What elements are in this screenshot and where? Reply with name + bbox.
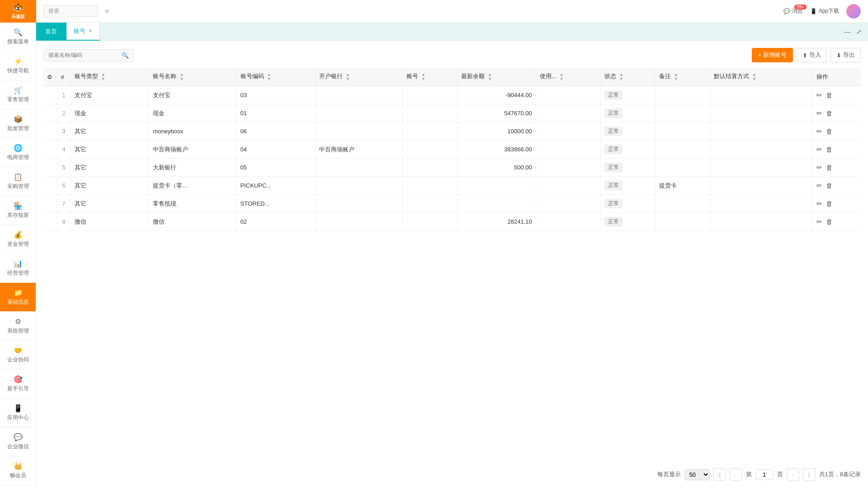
sidebar-item-search[interactable]: 🔍搜索菜单 [0,23,36,52]
row-balance-2: 10000.00 [457,122,536,141]
tab-home-label: 首页 [45,28,57,36]
row-usage-4 [536,159,600,177]
sidebar-item-purchase[interactable]: 📋采购管理 [0,167,36,196]
row-balance-7: 28241.10 [457,213,536,231]
sidebar-item-inventory[interactable]: 🏪库存核算 [0,196,36,225]
col-type[interactable]: 账号类型 ▲▼ [71,68,149,86]
row-num-2: 3 [57,122,71,141]
tab-close-icon[interactable]: ✕ [88,28,92,34]
sidebar-item-operations[interactable]: 📊经营管理 [0,254,36,283]
sidebar-item-vip[interactable]: 👑畅会员 [0,456,36,485]
row-bank-7 [315,213,402,231]
header-left: 搜索 ▾ [43,5,109,17]
sidebar-item-capital[interactable]: 💰资金管理 [0,225,36,254]
row-num-5: 6 [57,177,71,195]
table-row: 2 现金 现金 01 547670.00 正常 ✏ 🗑 [43,104,861,122]
edit-button-3[interactable]: ✏ [816,145,822,154]
page-input[interactable] [755,469,774,480]
row-status-1: 正常 [600,104,655,122]
col-status[interactable]: 状态 ▲▼ [600,68,655,86]
sidebar-item-app-center[interactable]: 📱应用中心 [0,399,36,427]
table-row: 5 其它 大新银行 05 500.00 正常 ✏ 🗑 [43,159,861,177]
delete-button-4[interactable]: 🗑 [826,164,833,171]
tab-account[interactable]: 账号 ✕ [66,23,100,41]
edit-button-2[interactable]: ✏ [816,127,822,136]
row-action-0: ✏ 🗑 [812,86,861,104]
edit-button-7[interactable]: ✏ [816,218,822,226]
delete-button-6[interactable]: 🗑 [826,200,833,207]
row-account-1 [402,104,457,122]
sidebar-label-quick-nav: 快捷导航 [7,67,29,75]
delete-button-3[interactable]: 🗑 [826,145,833,153]
page-first-button[interactable]: ⟪ [713,468,726,481]
toolbar: 🔍 + 新增账号 ⬆ 导入 ⬇ 导出 [43,48,861,62]
status-badge-0: 正常 [604,90,623,100]
row-status-5: 正常 [600,177,655,195]
delete-button-5[interactable]: 🗑 [826,182,833,189]
sidebar-item-guide[interactable]: 🎯新手引导 [0,370,36,399]
sidebar-item-corp-wechat[interactable]: 💬企业微信 [0,427,36,456]
row-settlement-1 [710,104,812,122]
status-badge-7: 正常 [604,217,623,226]
col-remark[interactable]: 备注 ▲▼ [655,68,710,86]
add-account-button[interactable]: + 新增账号 [752,48,793,62]
row-settings-0 [43,86,57,104]
purchase-icon: 📋 [14,173,23,181]
delete-button-1[interactable]: 🗑 [826,109,833,117]
row-action-4: ✏ 🗑 [812,159,861,177]
row-type-3: 其它 [71,141,149,159]
page-next-button[interactable]: › [787,468,799,481]
search-input[interactable] [48,52,119,58]
col-name[interactable]: 账号名称 ▲▼ [149,68,236,86]
page-size-select[interactable]: 50 100 200 [684,469,710,480]
user-avatar[interactable] [846,4,861,19]
page-last-button[interactable]: ⟫ [803,468,816,481]
tab-minimize-button[interactable]: — [842,26,853,37]
edit-button-4[interactable]: ✏ [816,164,822,172]
col-usage[interactable]: 使用... ▲▼ [536,68,600,86]
sidebar-item-system[interactable]: ⚙系统管理 [0,312,36,341]
app-download-button[interactable]: 📱 App下载 [810,7,839,15]
row-bank-5 [315,177,402,195]
search-bar[interactable]: 🔍 [43,49,134,61]
sidebar-item-retail[interactable]: 🛒零售管理 [0,80,36,109]
row-type-6: 其它 [71,195,149,213]
sidebar-item-basic-info[interactable]: 📁基础信息 [0,283,36,312]
row-status-4: 正常 [600,159,655,177]
row-settlement-2 [710,122,812,141]
delete-button-0[interactable]: 🗑 [826,91,833,99]
edit-button-1[interactable]: ✏ [816,109,822,117]
col-balance[interactable]: 最新余额 ▲▼ [457,68,536,86]
col-code[interactable]: 账号编码 ▲▼ [236,68,315,86]
top-search[interactable]: 搜索 [43,5,98,17]
page-prev-button[interactable]: ‹ [730,468,742,481]
sidebar-item-ecommerce[interactable]: 🌐电商管理 [0,138,36,167]
delete-button-2[interactable]: 🗑 [826,127,833,135]
sort-remark-icon: ▲▼ [674,72,679,81]
delete-button-7[interactable]: 🗑 [826,218,833,225]
col-settlement[interactable]: 默认结算方式 ▲▼ [710,68,812,86]
status-badge-6: 正常 [604,199,623,208]
sidebar-label-app-center: 应用中心 [7,414,29,422]
edit-button-6[interactable]: ✏ [816,200,822,208]
sidebar-item-corp-agreement[interactable]: 🤝企业协同 [0,341,36,370]
import-button[interactable]: ⬆ 导入 [797,48,827,62]
row-remark-5: 提货卡 [655,177,710,195]
capital-icon: 💰 [14,230,23,239]
dropdown-icon[interactable]: ▾ [105,6,109,16]
message-button[interactable]: 💬 消息 99+ [783,7,803,15]
table-row: 4 其它 中百商场账户 04 中百商场账户 383866.00 正常 ✏ 🗑 [43,141,861,159]
edit-button-5[interactable]: ✏ [816,182,822,190]
sidebar-item-quick-nav[interactable]: ⚡快捷导航 [0,52,36,80]
col-bank[interactable]: 开户银行 ▲▼ [315,68,402,86]
tab-home[interactable]: 首页 [36,23,66,41]
col-settings[interactable]: ⚙ [43,68,57,86]
col-account[interactable]: 账号 ▲▼ [402,68,457,86]
tab-expand-button[interactable]: ⤢ [854,26,864,37]
sidebar-item-wholesale[interactable]: 📦批发管理 [0,109,36,138]
export-button[interactable]: ⬇ 导出 [830,48,861,62]
edit-button-0[interactable]: ✏ [816,91,822,99]
pagination: 每页显示 50 100 200 ⟪ ‹ 第 页 › ⟫ 共1页，8条记录 [43,463,861,481]
sort-balance-icon: ▲▼ [487,72,492,81]
wholesale-icon: 📦 [14,115,23,123]
